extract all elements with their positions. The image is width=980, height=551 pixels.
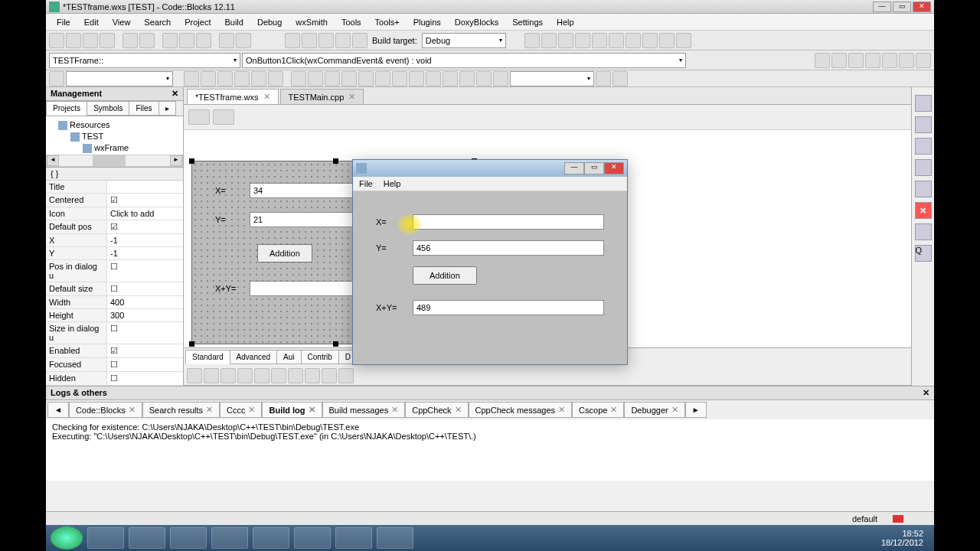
insert-before-icon[interactable] [915, 116, 932, 133]
prop-value[interactable]: -1 [107, 247, 183, 259]
taskbar-firefox-icon[interactable] [129, 527, 165, 549]
build-icon[interactable] [285, 33, 300, 48]
prop-value[interactable]: ☐ [107, 282, 183, 295]
menu-search[interactable]: Search [138, 16, 177, 28]
zoom-in-icon[interactable] [459, 71, 475, 86]
quick-props-icon[interactable]: Q [915, 245, 932, 262]
log-tab-close-icon[interactable]: ✕ [309, 405, 315, 415]
dialog-close-button[interactable]: ✕ [604, 162, 624, 174]
prop-value[interactable]: ☑ [107, 220, 183, 233]
log-tab[interactable]: Search results✕ [142, 402, 220, 418]
palette-sizer-icon[interactable] [338, 368, 354, 383]
logs-close-icon[interactable]: ✕ [923, 388, 929, 398]
menu-edit[interactable]: Edit [78, 16, 105, 28]
prop-value[interactable]: 400 [107, 296, 183, 308]
code-view-icon[interactable] [213, 109, 234, 125]
layout6-icon[interactable] [409, 71, 424, 86]
log-tab-close-icon[interactable]: ✕ [129, 405, 136, 415]
redo-icon[interactable] [139, 33, 155, 48]
debug-info-icon[interactable] [676, 33, 691, 48]
comment-block-icon[interactable] [848, 53, 864, 68]
dialog-menu-help[interactable]: Help [384, 179, 401, 188]
prop-value[interactable]: ☐ [107, 260, 183, 282]
management-close-icon[interactable]: ✕ [172, 89, 178, 99]
maximize-button[interactable]: ▭ [893, 2, 911, 12]
menu-help[interactable]: Help [550, 16, 580, 28]
strike-icon[interactable] [476, 71, 492, 86]
palette-combobox-icon[interactable] [305, 368, 320, 383]
tree-node[interactable]: TEST [49, 131, 180, 142]
palette-button-icon[interactable] [204, 368, 219, 383]
palette-cursor-icon[interactable] [187, 368, 202, 383]
properties-grid[interactable]: TitleCentered☑IconClick to addDefault po… [46, 181, 183, 386]
log-tab[interactable]: Build log✕ [262, 402, 322, 418]
palette-listbox-icon[interactable] [288, 368, 303, 383]
menu-file[interactable]: File [51, 16, 77, 28]
form-view-icon[interactable] [188, 109, 210, 125]
prop-value[interactable]: -1 [107, 234, 183, 246]
palette-statictext-icon[interactable] [220, 368, 236, 383]
scope-class-combo[interactable]: TESTFrame:: [49, 53, 240, 68]
dialog-menu-file[interactable]: File [359, 179, 373, 188]
prop-value[interactable] [107, 181, 183, 193]
build-run-icon[interactable] [318, 33, 334, 48]
dialog-minimize-button[interactable]: — [564, 162, 584, 174]
mgmt-tab-more[interactable]: ▸ [158, 101, 176, 116]
menu-settings[interactable]: Settings [506, 16, 549, 28]
debug-next-icon[interactable] [609, 33, 624, 48]
menu-doxyblocks[interactable]: DoxyBlocks [449, 16, 505, 28]
menu-wxsmith[interactable]: wxSmith [289, 16, 334, 28]
layout5-icon[interactable] [392, 71, 407, 86]
project-tree[interactable]: ResourcesTESTwxFrameTESTFramewxFramewxTe… [46, 116, 183, 155]
log-tab[interactable]: CppCheck✕ [405, 402, 468, 418]
dialog-maximize-button[interactable]: ▭ [584, 162, 604, 174]
menu-project[interactable]: Project [178, 16, 217, 28]
mgmt-tab-projects[interactable]: Projects [46, 101, 87, 116]
save-icon[interactable] [83, 33, 98, 48]
menu-debug[interactable]: Debug [251, 16, 288, 28]
cut-icon[interactable] [162, 33, 178, 48]
replace-icon[interactable] [236, 33, 251, 48]
comment-line-icon[interactable] [865, 53, 880, 68]
log-tab[interactable]: Debugger✕ [624, 402, 684, 418]
highlight-icon[interactable] [217, 71, 233, 86]
run-icon[interactable] [302, 33, 317, 48]
find-icon[interactable] [219, 33, 234, 48]
copy-icon[interactable] [179, 33, 194, 48]
close-button[interactable]: ✕ [913, 2, 931, 12]
prop-value[interactable]: 300 [107, 309, 183, 321]
insert-after-icon[interactable] [915, 138, 932, 155]
secondary-search-combo[interactable] [510, 71, 594, 86]
log-tab-close-icon[interactable]: ✕ [455, 405, 462, 415]
insert-into-icon[interactable] [915, 95, 932, 112]
doxy-run-icon[interactable] [831, 53, 847, 68]
debug-stop-icon[interactable] [642, 33, 658, 48]
undo-icon[interactable] [122, 33, 138, 48]
log-tab[interactable]: Cscope✕ [572, 402, 624, 418]
regex-icon[interactable] [268, 71, 283, 86]
open-icon[interactable] [66, 33, 81, 48]
doxy-icon[interactable] [815, 53, 830, 68]
taskbar-folder-icon[interactable] [211, 527, 248, 549]
run-to-cursor-icon[interactable] [49, 71, 64, 86]
debug-pause-icon[interactable] [626, 33, 641, 48]
dialog-y-input[interactable] [413, 240, 604, 256]
palette-textctrl-icon[interactable] [237, 368, 253, 383]
dialog-title-bar[interactable]: — ▭ ✕ [353, 160, 627, 177]
tree-node[interactable]: Resources [49, 119, 180, 131]
file-tab[interactable]: TESTMain.cpp✕ [280, 89, 364, 104]
palette-tab-advanced[interactable]: Advanced [230, 350, 277, 364]
taskbar-terminal-icon[interactable] [294, 527, 331, 549]
taskbar-explorer-icon[interactable] [87, 527, 124, 549]
layout4-icon[interactable] [375, 71, 390, 86]
log-tab[interactable]: CppCheck messages✕ [469, 402, 573, 418]
save-all-icon[interactable] [100, 33, 115, 48]
log-tab-close-icon[interactable]: ✕ [671, 405, 678, 415]
scope-function-combo[interactable]: OnButton1Click(wxCommandEvent& event) : … [242, 53, 686, 68]
palette-tab-standard[interactable]: Standard [185, 350, 230, 364]
menu-tools+[interactable]: Tools+ [369, 16, 406, 28]
step-into-icon[interactable] [575, 33, 590, 48]
doxy-pref-icon[interactable] [882, 53, 897, 68]
block-icon[interactable] [308, 71, 323, 86]
log-tab-close-icon[interactable]: ✕ [206, 405, 213, 415]
